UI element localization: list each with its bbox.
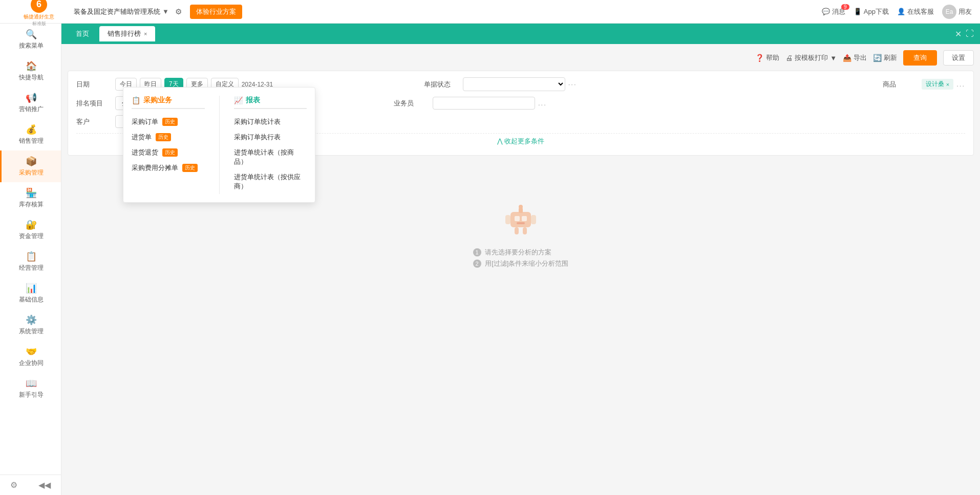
logo-sub: 标准版 bbox=[32, 20, 46, 27]
voucher-status-select[interactable] bbox=[463, 77, 565, 91]
menu-item-receipt-stats-supplier[interactable]: 进货单统计表（按供应商） bbox=[234, 169, 307, 194]
menu-item-label-order-exec: 采购订单执行表 bbox=[234, 133, 281, 142]
toolbar: ❓ 帮助 🖨 按模板打印 ▼ 📤 导出 🔄 刷新 查询 设置 bbox=[68, 50, 974, 66]
sidebar-item-basic-info[interactable]: 📊 基础信息 bbox=[0, 277, 61, 309]
tab-home-label: 首页 bbox=[76, 29, 89, 38]
collapse-icon: ⋀ bbox=[497, 137, 503, 145]
sidebar-item-marketing[interactable]: 📢 营销推广 bbox=[0, 87, 61, 119]
sidebar-label-guide: 新手引导 bbox=[19, 391, 44, 399]
logo-area: 6 畅捷通好生意 标准版 bbox=[8, 0, 70, 27]
sidebar: 🔍 搜索菜单 🏠 快捷导航 📢 营销推广 💰 销售管理 📦 采购管理 🏪 库存核… bbox=[0, 24, 61, 495]
voucher-dots-btn[interactable]: ··· bbox=[568, 80, 577, 88]
sidebar-label-sales: 销售管理 bbox=[19, 137, 44, 145]
avatar-initials: Ea bbox=[946, 8, 953, 15]
menu-item-receipt-stats-goods[interactable]: 进货单统计表（按商品） bbox=[234, 145, 307, 169]
svg-rect-8 bbox=[515, 227, 519, 234]
sidebar-collapse-btn[interactable]: ◀◀ bbox=[38, 480, 51, 490]
user-label: 用友 bbox=[958, 7, 972, 16]
svg-rect-6 bbox=[505, 215, 510, 224]
industry-btn[interactable]: 体验行业方案 bbox=[190, 5, 242, 19]
sales-icon: 💰 bbox=[26, 124, 37, 135]
help-btn[interactable]: ❓ 帮助 bbox=[755, 53, 779, 62]
tab-active[interactable]: 销售排行榜 × bbox=[99, 26, 155, 41]
basic-info-icon: 📊 bbox=[26, 283, 37, 294]
empty-illustration bbox=[500, 197, 541, 238]
print-btn[interactable]: 🖨 按模板打印 ▼ bbox=[785, 53, 837, 62]
purchase-icon: 📦 bbox=[26, 156, 37, 167]
sidebar-label-finance: 资金管理 bbox=[19, 232, 44, 241]
tab-close-window-btn[interactable]: ✕ bbox=[955, 29, 962, 39]
messages-btn[interactable]: 💬 消息 9 bbox=[822, 7, 845, 16]
app-download-btn[interactable]: 📱 App下载 bbox=[854, 7, 889, 16]
svg-rect-0 bbox=[510, 212, 531, 227]
query-btn[interactable]: 查询 bbox=[903, 50, 937, 66]
goods-tag: 设计桑 × bbox=[922, 79, 953, 90]
settings-btn2[interactable]: 设置 bbox=[943, 50, 974, 66]
export-icon: 📤 bbox=[843, 54, 851, 62]
phone-icon: 📱 bbox=[854, 8, 862, 15]
goods-tag-close[interactable]: × bbox=[946, 81, 949, 88]
history-badge-cost: 历史 bbox=[182, 164, 198, 172]
export-btn[interactable]: 📤 导出 bbox=[843, 53, 867, 62]
refresh-label: 刷新 bbox=[884, 53, 897, 62]
sidebar-label-operation: 经营管理 bbox=[19, 264, 44, 272]
menu-item-purchase-order[interactable]: 采购订单 历史 bbox=[132, 114, 205, 130]
title-dropdown-icon[interactable]: ▼ bbox=[162, 8, 169, 15]
menu-item-label-return: 进货退货 bbox=[132, 148, 158, 157]
system-icon: ⚙️ bbox=[26, 314, 37, 326]
finance-icon: 🔐 bbox=[26, 219, 37, 230]
help-icon: ❓ bbox=[755, 54, 764, 62]
menu-item-label-receipt-stats-supplier: 进货单统计表（按供应商） bbox=[234, 173, 307, 191]
sidebar-item-enterprise[interactable]: 🤝 企业协同 bbox=[0, 341, 61, 373]
tab-home[interactable]: 首页 bbox=[68, 26, 97, 41]
operation-icon: 📋 bbox=[26, 251, 37, 262]
menu-item-order-stats[interactable]: 采购订单统计表 bbox=[234, 114, 307, 130]
system-title-area: 装备及固定资产辅助管理系统 ▼ ⚙ 体验行业方案 bbox=[70, 5, 822, 19]
settings-icon[interactable]: ⚙ bbox=[175, 7, 182, 16]
tab-close-btn[interactable]: × bbox=[144, 31, 147, 37]
sidebar-item-guide[interactable]: 📖 新手引导 bbox=[0, 373, 61, 404]
salesman-label: 业务员 bbox=[394, 99, 424, 108]
rank-label: 排名项目 bbox=[76, 99, 107, 108]
sidebar-item-system[interactable]: ⚙️ 系统管理 bbox=[0, 309, 61, 341]
sidebar-settings-btn[interactable]: ⚙ bbox=[10, 480, 17, 490]
menu-item-order-exec[interactable]: 采购订单执行表 bbox=[234, 130, 307, 145]
salesman-dots-btn[interactable]: ... bbox=[538, 99, 547, 107]
print-icon: 🖨 bbox=[785, 54, 793, 62]
sidebar-item-purchase[interactable]: 📦 采购管理 bbox=[0, 150, 61, 182]
menu-item-return[interactable]: 进货退货 历史 bbox=[132, 145, 205, 160]
inventory-icon: 🏪 bbox=[26, 187, 37, 199]
collapse-label: 收起更多条件 bbox=[504, 137, 544, 145]
date-label: 日期 bbox=[76, 80, 107, 89]
export-label: 导出 bbox=[854, 53, 867, 62]
menu-divider bbox=[219, 96, 220, 194]
report-column: 📈 报表 采购订单统计表 采购订单执行表 进货单统计表（按商品） 进货单统计表（… bbox=[234, 96, 307, 194]
refresh-btn[interactable]: 🔄 刷新 bbox=[873, 53, 897, 62]
purchase-section-icon: 📋 bbox=[132, 96, 140, 104]
empty-tips: 1 请先选择要分析的方案 2 用[过滤]条件来缩小分析范围 bbox=[473, 246, 569, 270]
menu-item-label-cost: 采购费用分摊单 bbox=[132, 163, 178, 173]
sidebar-item-operation[interactable]: 📋 经营管理 bbox=[0, 246, 61, 277]
sidebar-item-quick-nav[interactable]: 🏠 快捷导航 bbox=[0, 55, 61, 87]
sidebar-label-basic-info: 基础信息 bbox=[19, 295, 44, 304]
enterprise-icon: 🤝 bbox=[26, 346, 37, 357]
report-section-title: 📈 报表 bbox=[234, 96, 307, 109]
salesman-input[interactable] bbox=[433, 97, 535, 110]
salesman-area: ... bbox=[433, 97, 695, 110]
sidebar-item-search[interactable]: 🔍 搜索菜单 bbox=[0, 24, 61, 55]
sidebar-label-enterprise: 企业协同 bbox=[19, 359, 44, 368]
goods-dots-btn[interactable]: ... bbox=[956, 80, 965, 88]
tab-bar: 首页 销售排行榜 × ✕ ⛶ bbox=[61, 24, 980, 44]
menu-item-receipt[interactable]: 进货单 历史 bbox=[132, 130, 205, 145]
sidebar-item-sales[interactable]: 💰 销售管理 bbox=[0, 119, 61, 150]
service-icon: 👤 bbox=[897, 8, 905, 15]
menu-item-cost[interactable]: 采购费用分摊单 历史 bbox=[132, 160, 205, 176]
tab-maximize-btn[interactable]: ⛶ bbox=[966, 29, 974, 38]
sidebar-item-inventory[interactable]: 🏪 库存核算 bbox=[0, 182, 61, 214]
user-menu-btn[interactable]: Ea 用友 bbox=[942, 5, 972, 19]
sidebar-label-inventory: 库存核算 bbox=[19, 200, 44, 209]
sidebar-item-finance[interactable]: 🔐 资金管理 bbox=[0, 214, 61, 246]
online-service-btn[interactable]: 👤 在线客服 bbox=[897, 7, 934, 16]
sidebar-menu: 🔍 搜索菜单 🏠 快捷导航 📢 营销推广 💰 销售管理 📦 采购管理 🏪 库存核… bbox=[0, 24, 61, 475]
svg-point-5 bbox=[519, 205, 523, 209]
